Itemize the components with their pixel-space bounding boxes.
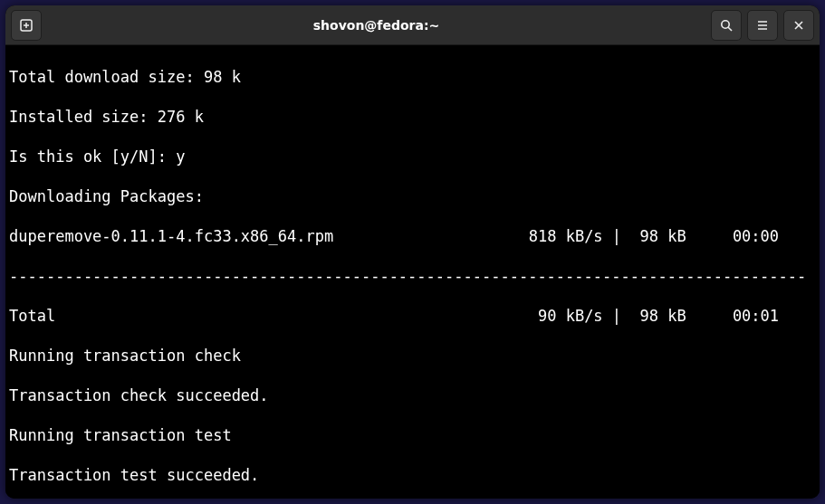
line-right: 90 kB/s | 98 kB 00:01 bbox=[529, 306, 816, 326]
new-tab-button[interactable] bbox=[11, 10, 42, 41]
terminal-line: Transaction test succeeded. bbox=[9, 465, 816, 485]
terminal-line: duperemove-0.11.1-4.fc33.x86_64.rpm818 k… bbox=[9, 226, 816, 246]
terminal-line: ----------------------------------------… bbox=[9, 266, 816, 286]
terminal-line: Total download size: 98 k bbox=[9, 67, 816, 87]
search-icon bbox=[719, 18, 734, 33]
svg-point-3 bbox=[722, 20, 729, 27]
titlebar-right bbox=[711, 10, 814, 41]
search-button[interactable] bbox=[711, 10, 742, 41]
titlebar: shovon@fedora:~ bbox=[5, 5, 820, 45]
terminal-line: Transaction check succeeded. bbox=[9, 385, 816, 405]
terminal-window: shovon@fedora:~ bbox=[5, 5, 820, 499]
svg-line-4 bbox=[728, 27, 732, 31]
close-button[interactable] bbox=[783, 10, 814, 41]
close-icon bbox=[792, 19, 805, 32]
window-title: shovon@fedora:~ bbox=[47, 18, 705, 33]
terminal-line: Is this ok [y/N]: y bbox=[9, 147, 816, 166]
terminal-line: Running transaction check bbox=[9, 346, 816, 366]
line-right: 818 kB/s | 98 kB 00:00 bbox=[529, 226, 816, 246]
terminal-line: Downloading Packages: bbox=[9, 186, 816, 206]
line-left: duperemove-0.11.1-4.fc33.x86_64.rpm bbox=[9, 226, 333, 246]
new-tab-icon bbox=[19, 18, 34, 33]
line-left: Total bbox=[9, 306, 55, 326]
terminal-line: Total 90 kB/s | 98 kB 00:01 bbox=[9, 306, 816, 326]
menu-button[interactable] bbox=[747, 10, 778, 41]
hamburger-icon bbox=[755, 18, 770, 33]
terminal-line: Running transaction test bbox=[9, 425, 816, 445]
terminal-content[interactable]: Total download size: 98 k Installed size… bbox=[5, 45, 820, 499]
terminal-line: Installed size: 276 k bbox=[9, 107, 816, 127]
